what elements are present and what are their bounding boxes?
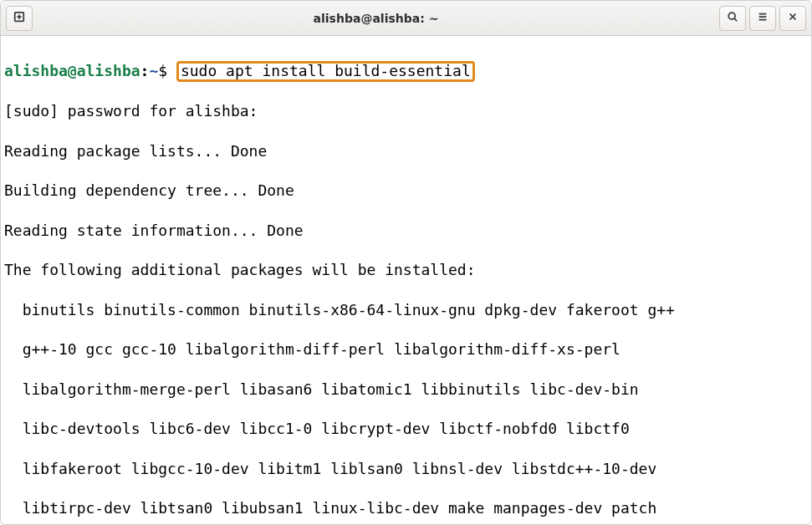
titlebar: alishba@alishba: ~: [1, 1, 811, 36]
close-button[interactable]: [779, 6, 806, 31]
search-icon: [727, 11, 738, 25]
new-tab-button[interactable]: [6, 6, 33, 31]
out-additional-hdr: The following additional packages will b…: [4, 260, 808, 280]
hamburger-icon: [757, 11, 769, 25]
new-tab-icon: [13, 11, 25, 25]
close-icon: [787, 11, 799, 25]
prompt-line: alishba@alishba:~$ sudo apt install buil…: [4, 61, 808, 82]
titlebar-left: [6, 6, 33, 31]
prompt-path: ~: [149, 62, 158, 79]
out-sudo-pw: [sudo] password for alishba:: [4, 101, 808, 121]
out-building-tree: Building dependency tree... Done: [4, 181, 808, 201]
prompt-symbol: $: [158, 62, 167, 79]
out-additional-2: libalgorithm-merge-perl libasan6 libatom…: [4, 380, 808, 400]
out-additional-4: libfakeroot libgcc-10-dev libitm1 liblsa…: [4, 459, 808, 479]
svg-line-4: [734, 18, 737, 21]
out-additional-3: libc-devtools libc6-dev libcc1-0 libcryp…: [4, 419, 808, 439]
highlighted-command: sudo apt install build-essential: [176, 61, 475, 82]
out-additional-1: g++-10 gcc gcc-10 libalgorithm-diff-perl…: [4, 339, 808, 359]
titlebar-right: [719, 6, 806, 31]
prompt-sep: :: [140, 62, 150, 79]
window-title: alishba@alishba: ~: [33, 12, 719, 25]
search-button[interactable]: [719, 6, 746, 31]
out-reading-state: Reading state information... Done: [4, 221, 808, 241]
out-additional-0: binutils binutils-common binutils-x86-64…: [4, 300, 808, 320]
out-reading-pkg: Reading package lists... Done: [4, 141, 808, 161]
menu-button[interactable]: [749, 6, 776, 31]
prompt-user-host: alishba@alishba: [4, 62, 140, 79]
out-additional-5: libtirpc-dev libtsan0 libubsan1 linux-li…: [4, 498, 808, 518]
terminal-output[interactable]: alishba@alishba:~$ sudo apt install buil…: [1, 36, 811, 525]
svg-point-3: [728, 13, 735, 19]
